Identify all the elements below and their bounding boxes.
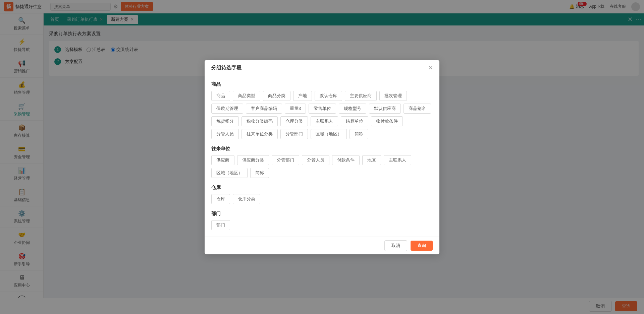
field-chip[interactable]: 规格型号 [339,104,366,114]
field-chip[interactable]: 简称 [350,129,368,139]
section-partner-fields: 供应商 供应商分类 分管部门 分管人员 付款条件 地区 主联系人 区域（地区） … [211,155,433,178]
section-warehouse-fields: 仓库 仓库分类 [211,194,433,204]
field-chip[interactable]: 商品 [211,91,230,101]
field-chip[interactable]: 批次管理 [379,91,407,101]
section-partner-title: 往来单位 [211,146,433,152]
modal-title: 分组待选字段 [211,65,241,71]
field-chip[interactable]: 重量3 [285,104,306,114]
section-warehouse-title: 仓库 [211,185,433,191]
section-partner: 往来单位 供应商 供应商分类 分管部门 分管人员 付款条件 地区 主联系人 区域… [211,146,433,178]
modal-header: 分组待选字段 ✕ [205,60,439,76]
field-chip[interactable]: 仓库 [211,194,230,204]
section-department-fields: 部门 [211,220,433,230]
field-chip[interactable]: 分管人员 [302,155,329,165]
section-warehouse: 仓库 仓库 仓库分类 [211,185,433,204]
field-chip[interactable]: 供应商 [211,155,234,165]
field-chip[interactable]: 分管人员 [211,129,239,139]
field-chip[interactable]: 区域（地区） [211,168,248,178]
field-chip[interactable]: 默认供应商 [369,104,401,114]
field-chip[interactable]: 简称 [250,168,269,178]
field-chip[interactable]: 付款条件 [332,155,360,165]
section-product-fields: 商品 商品类型 商品分类 产地 默认仓库 主要供应商 批次管理 保质期管理 客户… [211,91,433,139]
section-department-title: 部门 [211,211,433,217]
field-chip[interactable]: 地区 [362,155,381,165]
field-chip[interactable]: 保质期管理 [211,104,243,114]
field-chip[interactable]: 主要供应商 [345,91,377,101]
field-chip[interactable]: 部门 [211,220,230,230]
field-chip[interactable]: 商品别名 [404,104,431,114]
field-chip[interactable]: 税收分类编码 [241,116,278,126]
field-chip[interactable]: 供应商分类 [237,155,269,165]
field-chip[interactable]: 分管部门 [272,155,299,165]
section-product: 商品 商品 商品类型 商品分类 产地 默认仓库 主要供应商 批次管理 保质期管理… [211,81,433,139]
field-chip[interactable]: 炼货积分 [211,116,239,126]
field-chip[interactable]: 商品类型 [233,91,260,101]
field-chip[interactable]: 主联系人 [384,155,411,165]
confirm-button[interactable]: 查询 [411,241,433,251]
field-chip[interactable]: 往来单位分类 [241,129,278,139]
field-chip[interactable]: 分管部门 [280,129,308,139]
section-department: 部门 部门 [211,211,433,230]
field-selection-modal: 分组待选字段 ✕ 商品 商品 商品类型 商品分类 产地 默认仓库 主要供应商 批… [205,60,439,254]
field-chip[interactable]: 默认仓库 [315,91,342,101]
field-chip[interactable]: 区域（地区） [311,129,347,139]
field-chip[interactable]: 主联系人 [311,116,338,126]
section-product-title: 商品 [211,81,433,87]
modal-close-button[interactable]: ✕ [428,65,433,71]
field-chip[interactable]: 零售单位 [309,104,336,114]
field-chip[interactable]: 仓库分类 [280,116,308,126]
cancel-button[interactable]: 取消 [384,240,407,251]
field-chip[interactable]: 产地 [293,91,312,101]
modal-footer: 取消 查询 [205,237,439,254]
field-chip[interactable]: 收付款条件 [371,116,403,126]
field-chip[interactable]: 仓库分类 [233,194,260,204]
field-chip[interactable]: 商品分类 [263,91,290,101]
field-chip[interactable]: 结算单位 [341,116,368,126]
modal-body: 商品 商品 商品类型 商品分类 产地 默认仓库 主要供应商 批次管理 保质期管理… [205,76,439,237]
field-chip[interactable]: 客户商品编码 [246,104,282,114]
